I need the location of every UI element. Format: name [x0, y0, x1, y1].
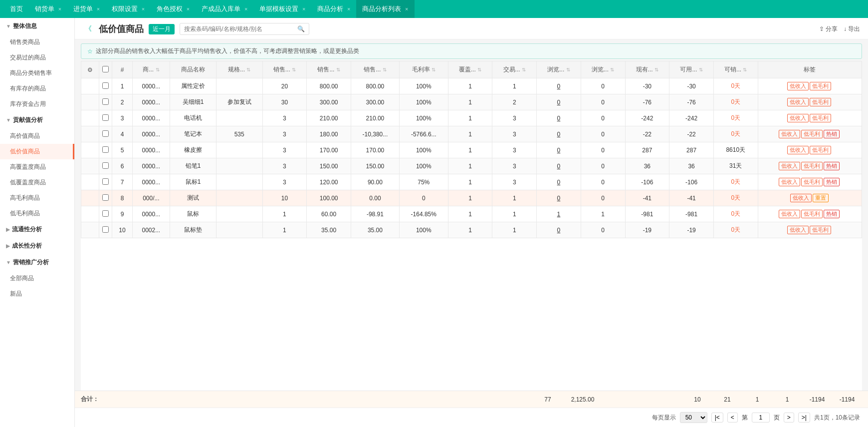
browse-link[interactable]: 0	[557, 179, 561, 186]
filter-tag-month[interactable]: 近一月	[149, 24, 175, 34]
sidebar-item-high-value[interactable]: 高价值商品	[0, 128, 74, 144]
close-icon[interactable]: ×	[405, 6, 408, 12]
collapse-sidebar-button[interactable]: 《	[83, 24, 94, 33]
browse-link[interactable]: 0	[557, 147, 561, 154]
col-tags[interactable]: 标签	[758, 61, 862, 78]
page-size-select[interactable]: 50 100 200	[680, 412, 707, 423]
cell-name: 鼠标	[170, 206, 217, 222]
select-all-checkbox[interactable]	[102, 66, 109, 72]
cell-sale1: 150.00	[307, 158, 351, 174]
col-name[interactable]: 商品名称	[170, 61, 217, 78]
row-checkbox[interactable]	[102, 226, 109, 233]
sidebar-section-marketing[interactable]: ▼ 营销推广分析	[0, 254, 74, 271]
col-stock[interactable]: 现有... ⇅	[625, 61, 669, 78]
col-spec[interactable]: 规格... ⇅	[216, 61, 262, 78]
cell-name: 鼠标1	[170, 174, 217, 190]
col-browse2[interactable]: 浏览... ⇅	[581, 61, 625, 78]
row-checkbox[interactable]	[102, 162, 109, 169]
browse-link[interactable]: 0	[557, 83, 561, 90]
prev-page-button[interactable]: <	[727, 413, 738, 423]
sidebar-item-low-coverage[interactable]: 低覆盖度商品	[0, 175, 74, 190]
product-tag: 低收入	[787, 82, 809, 90]
sidebar-item-new-products[interactable]: 新品	[0, 286, 74, 302]
cell-name: 吴细细1	[170, 94, 217, 110]
alert-text: 这部分商品的销售收入大幅低于商品平均销售收入，价值不高，可考虑调整营销策略，或是…	[96, 47, 359, 55]
sidebar-item-sales-products[interactable]: 销售类商品	[0, 34, 74, 50]
row-checkbox[interactable]	[102, 146, 109, 153]
sidebar-item-stock-capital[interactable]: 库存资金占用	[0, 96, 74, 112]
close-icon[interactable]: ×	[302, 6, 305, 12]
row-checkbox[interactable]	[102, 210, 109, 217]
row-checkbox[interactable]	[102, 178, 109, 185]
row-checkbox[interactable]	[102, 194, 109, 201]
sidebar-item-traded-products[interactable]: 交易过的商品	[0, 50, 74, 65]
browse-link[interactable]: 0	[557, 115, 561, 122]
share-button[interactable]: ⇪ 分享	[819, 25, 838, 33]
col-margin[interactable]: 毛利率 ⇅	[399, 61, 448, 78]
sidebar-item-all-products[interactable]: 全部商品	[0, 271, 74, 286]
sidebar-item-high-margin[interactable]: 高毛利商品	[0, 190, 74, 206]
col-sale-amount[interactable]: 销售... ⇅	[307, 61, 351, 78]
nav-permissions[interactable]: 权限设置 ×	[106, 0, 151, 18]
sidebar-item-low-value[interactable]: 低价值商品	[0, 144, 74, 159]
col-avail[interactable]: 可用... ⇅	[669, 61, 714, 78]
sidebar-section-contribution[interactable]: ▼ 贡献值分析	[0, 112, 74, 128]
search-icon[interactable]: 🔍	[297, 25, 305, 32]
sidebar-item-stocked-products[interactable]: 有库存的商品	[0, 81, 74, 96]
browse-link[interactable]: 0	[557, 131, 561, 138]
close-icon[interactable]: ×	[97, 6, 100, 12]
nav-product-analysis-list[interactable]: 商品分析列表 ×	[356, 0, 414, 18]
first-page-button[interactable]: |<	[711, 413, 723, 423]
row-checkbox[interactable]	[102, 114, 109, 121]
chevron-right-icon: ▶	[6, 243, 10, 249]
nav-sales[interactable]: 销货单 ×	[29, 0, 67, 18]
col-trade[interactable]: 交易... ⇅	[492, 61, 537, 78]
close-icon[interactable]: ×	[142, 6, 145, 12]
close-icon[interactable]: ×	[347, 6, 350, 12]
browse-link[interactable]: 0	[557, 99, 561, 106]
col-sale-profit[interactable]: 销售... ⇅	[351, 61, 399, 78]
page-input[interactable]	[752, 413, 770, 423]
cell-cov: 1	[448, 206, 492, 222]
sidebar-section-circulation[interactable]: ▶ 流通性分析	[0, 221, 74, 238]
table-row: 2 0000... 吴细细1 参加复试 30 300.00 300.00 100…	[81, 94, 862, 110]
sidebar-item-category-sales-rate[interactable]: 商品分类销售率	[0, 65, 74, 81]
nav-home[interactable]: 首页	[4, 0, 29, 18]
export-button[interactable]: ↓ 导出	[844, 25, 860, 33]
browse-link[interactable]: 1	[557, 211, 561, 218]
col-coverage[interactable]: 覆盖... ⇅	[448, 61, 492, 78]
cell-trade: 1	[492, 206, 537, 222]
sidebar-section-growth[interactable]: ▶ 成长性分析	[0, 238, 74, 254]
col-days[interactable]: 可销... ⇅	[713, 61, 758, 78]
sidebar-item-high-coverage[interactable]: 高覆盖度商品	[0, 159, 74, 175]
sidebar-section-overview[interactable]: ▼ 整体信息	[0, 18, 74, 34]
search-input[interactable]	[180, 23, 309, 35]
row-checkbox[interactable]	[102, 82, 109, 89]
col-settings[interactable]: ⚙	[81, 61, 99, 78]
browse-link[interactable]: 0	[557, 163, 561, 170]
next-page-button[interactable]: >	[784, 413, 794, 423]
row-checkbox[interactable]	[102, 130, 109, 137]
col-num[interactable]: #	[112, 61, 132, 78]
last-page-button[interactable]: >|	[798, 413, 810, 423]
nav-role-auth[interactable]: 角色授权 ×	[151, 0, 196, 18]
browse-link[interactable]: 0	[557, 195, 561, 202]
col-sale-qty[interactable]: 销售... ⇅	[262, 61, 307, 78]
cell-name: 属性定价	[170, 78, 217, 94]
cell-spec	[216, 158, 262, 174]
nav-template[interactable]: 单据模板设置 ×	[253, 0, 311, 18]
col-code[interactable]: 商... ⇅	[132, 61, 170, 78]
sidebar-item-low-margin[interactable]: 低毛利商品	[0, 206, 74, 221]
close-icon[interactable]: ×	[58, 6, 61, 12]
row-checkbox[interactable]	[102, 98, 109, 105]
cell-cov: 1	[448, 126, 492, 142]
nav-purchase[interactable]: 进货单 ×	[67, 0, 106, 18]
cell-qty: 3	[262, 126, 307, 142]
settings-icon[interactable]: ⚙	[87, 66, 93, 73]
col-browse1[interactable]: 浏览... ⇅	[537, 61, 581, 78]
close-icon[interactable]: ×	[244, 6, 247, 12]
close-icon[interactable]: ×	[187, 6, 190, 12]
browse-link[interactable]: 0	[557, 227, 561, 234]
nav-product-analysis[interactable]: 商品分析 ×	[311, 0, 356, 18]
nav-product-stock[interactable]: 产成品入库单 ×	[196, 0, 253, 18]
